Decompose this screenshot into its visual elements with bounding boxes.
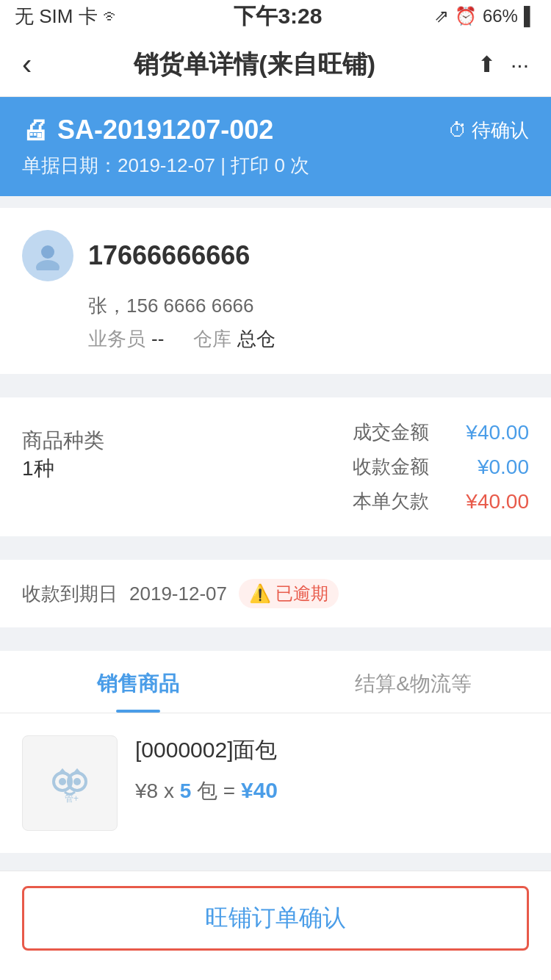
warehouse-label: 仓库 xyxy=(193,326,231,352)
owed-label: 本单欠款 xyxy=(353,489,429,514)
order-id: 🖨 SA-20191207-002 xyxy=(22,115,273,145)
due-date-value: 2019-12-07 xyxy=(129,583,227,605)
nav-bar: ‹ 销货单详情(来自旺铺) ⬆ ··· xyxy=(0,32,551,97)
transaction-value: ¥40.00 xyxy=(441,421,529,444)
divider-1 xyxy=(0,374,551,386)
product-type-label: 商品种类 xyxy=(22,427,104,455)
tab-settlement[interactable]: 结算&物流等 xyxy=(276,651,551,713)
received-amount-row: 收款金额 ¥0.00 xyxy=(353,454,529,480)
svg-point-1 xyxy=(36,260,60,270)
customer-top: 17666666666 xyxy=(22,230,529,281)
location-icon: ⇗ xyxy=(434,6,449,26)
equals-sign: = xyxy=(223,779,241,802)
summary-card: 商品种类 1种 成交金额 ¥40.00 收款金额 ¥0.00 本单欠款 ¥40.… xyxy=(0,397,551,536)
order-status: ⏱ 待确认 xyxy=(448,118,529,143)
due-card: 收款到期日 2019-12-07 ⚠️ 已逾期 xyxy=(0,560,551,627)
customer-card: 17666666666 张，156 6666 6666 业务员 -- 仓库 总仓 xyxy=(0,208,551,374)
alarm-icon: ⏰ xyxy=(455,6,477,26)
status-bar: 无 SIM 卡 ᯤ 下午3:28 ⇗ ⏰ 66% ▌ xyxy=(0,0,551,32)
salesperson-value: -- xyxy=(151,328,164,350)
customer-info: 张，156 6666 6666 xyxy=(88,293,529,319)
divider-3 xyxy=(0,627,551,639)
product-name: [0000002]面包 xyxy=(135,735,529,765)
tabs-container: 销售商品 结算&物流等 管+ [0000002]面包 ¥8 x 5 xyxy=(0,651,551,853)
overdue-text: 已逾期 xyxy=(276,582,328,605)
price-value: ¥8 xyxy=(135,779,158,802)
sim-status: 无 SIM 卡 ᯤ xyxy=(15,4,122,29)
bottom-bar: 旺铺订单确认 xyxy=(0,871,551,980)
warning-icon: ⚠️ xyxy=(249,583,271,604)
status-left: 无 SIM 卡 ᯤ xyxy=(15,4,122,29)
customer-meta: 业务员 -- 仓库 总仓 xyxy=(88,326,529,352)
owed-value: ¥40.00 xyxy=(441,490,529,514)
transaction-amount-row: 成交金额 ¥40.00 xyxy=(353,419,529,445)
overdue-badge: ⚠️ 已逾期 xyxy=(239,579,339,608)
product-item: 管+ [0000002]面包 ¥8 x 5 包 = ¥40 xyxy=(0,713,551,853)
due-date-label: 收款到期日 xyxy=(22,581,118,607)
price-multiply: x xyxy=(164,779,180,802)
back-button[interactable]: ‹ xyxy=(22,48,32,81)
confirm-button[interactable]: 旺铺订单确认 xyxy=(22,886,529,951)
order-icon: 🖨 xyxy=(22,115,48,145)
salesperson-label: 业务员 xyxy=(88,326,145,352)
svg-text:管+: 管+ xyxy=(65,793,79,804)
share-icon[interactable]: ⬆ xyxy=(478,51,496,77)
tabs-bar[interactable]: 销售商品 结算&物流等 xyxy=(0,651,551,713)
unit-value: 包 xyxy=(197,779,217,802)
warehouse-item: 仓库 总仓 xyxy=(193,326,276,352)
product-price: ¥8 x 5 包 = ¥40 xyxy=(135,777,529,805)
svg-point-5 xyxy=(73,778,81,785)
divider-2 xyxy=(0,536,551,548)
total-value: ¥40 xyxy=(241,778,278,802)
warehouse-value: 总仓 xyxy=(237,326,276,352)
battery-level: 66% xyxy=(483,6,518,26)
order-header: 🖨 SA-20191207-002 ⏱ 待确认 单据日期：2019-12-07 … xyxy=(0,97,551,196)
svg-point-0 xyxy=(41,245,54,259)
qty-value: 5 xyxy=(180,779,192,802)
page-title: 销货单详情(来自旺铺) xyxy=(134,48,375,82)
status-right: ⇗ ⏰ 66% ▌ xyxy=(434,6,536,26)
order-header-top: 🖨 SA-20191207-002 ⏱ 待确认 xyxy=(22,115,529,145)
battery-icon: ▌ xyxy=(524,6,536,26)
owed-amount-row: 本单欠款 ¥40.00 xyxy=(353,489,529,514)
nav-left[interactable]: ‹ xyxy=(22,48,32,81)
product-thumbnail: 管+ xyxy=(22,735,118,831)
received-label: 收款金额 xyxy=(353,454,429,480)
avatar xyxy=(22,230,73,281)
product-info: [0000002]面包 ¥8 x 5 包 = ¥40 xyxy=(135,735,529,805)
order-date: 单据日期：2019-12-07 | 打印 0 次 xyxy=(22,153,529,179)
clock-icon: ⏱ xyxy=(448,119,467,142)
more-icon[interactable]: ··· xyxy=(511,52,529,77)
tab-sales-product[interactable]: 销售商品 xyxy=(0,651,276,713)
summary-left: 商品种类 1种 xyxy=(22,419,104,483)
svg-point-4 xyxy=(59,778,66,785)
salesperson-item: 业务员 -- xyxy=(88,326,164,352)
transaction-label: 成交金额 xyxy=(353,419,429,445)
customer-phone: 17666666666 xyxy=(88,240,250,271)
summary-right: 成交金额 ¥40.00 收款金额 ¥0.00 本单欠款 ¥40.00 xyxy=(353,419,529,514)
received-value: ¥0.00 xyxy=(441,455,529,479)
nav-right[interactable]: ⬆ ··· xyxy=(478,51,529,77)
product-type-value: 1种 xyxy=(22,455,104,483)
status-time: 下午3:28 xyxy=(234,1,322,32)
